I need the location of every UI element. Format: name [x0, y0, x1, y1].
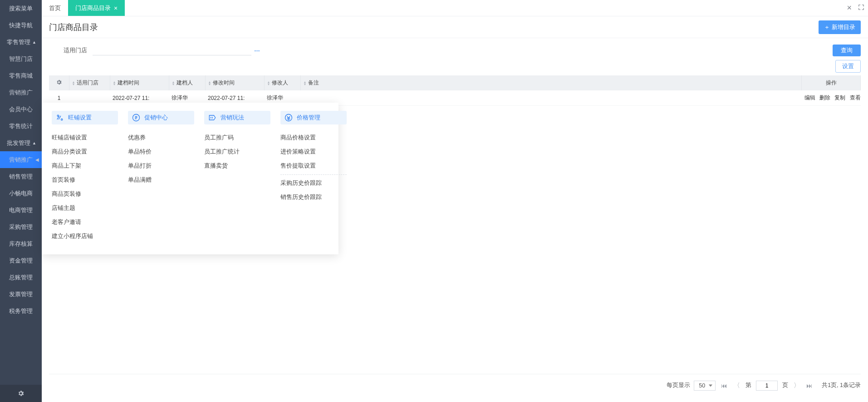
sidebar-wholesale-1[interactable]: 销售管理 [0, 168, 42, 185]
tab-active[interactable]: 门店商品目录× [68, 0, 125, 16]
page-size: 每页显示 50 [667, 381, 716, 391]
sidebar-retail-1[interactable]: 零售商城 [0, 67, 42, 84]
row-delete[interactable]: 删除 [819, 94, 830, 101]
sidebar: 搜索菜单 快捷导航 零售管理▲ 智慧门店 零售商城 营销推广 会员中心 零售统计… [0, 0, 42, 402]
flyout-col-price: 价格管理 商品价格设置 进价策略设置 售价提取设置 采购历史价跟踪 销售历史价跟… [280, 111, 347, 243]
sidebar-settings[interactable] [0, 385, 42, 402]
sort-icon: ▲▼ [172, 81, 175, 85]
sidebar-retail-3[interactable]: 会员中心 [0, 101, 42, 118]
sidebar-retail[interactable]: 零售管理▲ [0, 34, 42, 50]
flyout-item[interactable]: 老客户邀请 [52, 215, 118, 229]
flyout-item[interactable]: 商品价格设置 [280, 131, 347, 145]
sidebar-rest-0[interactable]: 小畅电商 [0, 185, 42, 202]
flyout-item[interactable]: 旺铺店铺设置 [52, 131, 118, 145]
sidebar-rest-7[interactable]: 税务管理 [0, 303, 42, 319]
svg-point-1 [61, 119, 63, 120]
flyout-item[interactable]: 建立小程序店铺 [52, 229, 118, 243]
th-cby[interactable]: ▲▼建档人 [169, 75, 205, 90]
flyout-item[interactable]: 员工推广统计 [204, 145, 270, 159]
gear-icon [56, 79, 62, 85]
caret-up-icon: ▲ [32, 40, 36, 45]
th-mtime[interactable]: ▲▼修改时间 [205, 75, 264, 90]
sidebar-quick[interactable]: 快捷导航 [0, 17, 42, 34]
sidebar-rest-1[interactable]: 电商管理 [0, 202, 42, 218]
tab-home[interactable]: 首页 [42, 0, 68, 16]
gear-icon [17, 390, 25, 397]
flyout-item[interactable]: 优惠券 [128, 131, 194, 145]
sidebar-rest-3[interactable]: 库存核算 [0, 235, 42, 252]
flyout-item[interactable]: 首页装修 [52, 173, 118, 187]
flyout-item[interactable]: 售价提取设置 [280, 159, 347, 173]
flyout-item[interactable]: 直播卖货 [204, 159, 270, 173]
th-store[interactable]: ▲▼适用门店 [69, 75, 110, 90]
sidebar-retail-2[interactable]: 营销推广 [0, 84, 42, 101]
query-button[interactable]: 查询 [833, 45, 861, 56]
promo-icon [132, 113, 141, 122]
table-footer: 每页显示 50 ⏮ 〈 第 页 〉 ⏭ 共1页, 1条记录 [49, 374, 861, 392]
flyout-divider [280, 174, 347, 175]
sort-icon: ▲▼ [113, 81, 116, 85]
caret-up-icon: ▲ [32, 141, 36, 145]
sidebar-rest-5[interactable]: 总账管理 [0, 269, 42, 286]
sidebar-search[interactable]: 搜索菜单 [0, 0, 42, 17]
sidebar-rest-4[interactable]: 资金管理 [0, 252, 42, 269]
data-table: ▲▼适用门店 ▲▼建档时间 ▲▼建档人 ▲▼修改时间 ▲▼修改人 ▲▼备注 操作… [49, 75, 861, 106]
flyout-header-shop: 旺铺设置 [52, 111, 118, 124]
sidebar-wholesale-0[interactable]: 营销推广◀ [0, 151, 42, 168]
flyout-header-promo: 促销中心 [128, 111, 194, 124]
row-view[interactable]: 查看 [850, 94, 861, 101]
pager-next-icon[interactable]: 〉 [793, 382, 801, 390]
flyout-item[interactable]: 员工推广码 [204, 131, 270, 145]
shop-icon [55, 113, 64, 122]
cell-actions: 编辑 删除 复制 查看 [802, 90, 861, 106]
close-icon[interactable]: × [114, 5, 118, 11]
pager: ⏮ 〈 第 页 〉 ⏭ [720, 381, 814, 391]
th-remark[interactable]: ▲▼备注 [300, 75, 802, 90]
price-icon [284, 113, 293, 122]
cell-remark [300, 90, 802, 106]
pager-prev-icon[interactable]: 〈 [733, 382, 741, 390]
flyout-item[interactable]: 单品打折 [128, 159, 194, 173]
sidebar-rest-2[interactable]: 采购管理 [0, 218, 42, 235]
sidebar-rest-6[interactable]: 发票管理 [0, 286, 42, 303]
flyout-item[interactable]: 单品特价 [128, 145, 194, 159]
flyout-item[interactable]: 单品满赠 [128, 173, 194, 187]
fullscreen-icon[interactable] [858, 4, 864, 12]
page-size-select[interactable]: 50 [694, 381, 716, 391]
th-settings[interactable] [49, 75, 69, 90]
plus-icon: ＋ [824, 23, 830, 31]
flyout-item[interactable]: 采购历史价跟踪 [280, 176, 347, 190]
flyout-header-play: 营销玩法 [204, 111, 270, 124]
filter-row: 适用门店 … 查询 设置 [42, 38, 868, 65]
add-catalog-label: 新增目录 [832, 23, 855, 31]
caret-right-icon: ◀ [35, 157, 39, 162]
sidebar-wholesale[interactable]: 批发管理▲ [0, 134, 42, 151]
flyout-item[interactable]: 进价策略设置 [280, 145, 347, 159]
page-input[interactable] [756, 381, 778, 391]
pager-last-icon[interactable]: ⏭ [805, 382, 814, 389]
filter-store-more[interactable]: … [254, 45, 260, 53]
filter-store-input[interactable] [93, 45, 251, 55]
sort-icon: ▲▼ [267, 81, 270, 85]
flyout-item[interactable]: 商品分类设置 [52, 145, 118, 159]
sidebar-retail-4[interactable]: 零售统计 [0, 118, 42, 134]
page-title: 门店商品目录 [49, 22, 98, 33]
flyout-item[interactable]: 销售历史价跟踪 [280, 190, 347, 204]
th-actions: 操作 [802, 75, 861, 90]
pager-first-icon[interactable]: ⏮ [720, 382, 728, 389]
th-ctime[interactable]: ▲▼建档时间 [110, 75, 169, 90]
th-mby[interactable]: ▲▼修改人 [264, 75, 300, 90]
sidebar-retail-children: 智慧门店 零售商城 营销推广 会员中心 零售统计 [0, 50, 42, 134]
row-copy[interactable]: 复制 [834, 94, 845, 101]
svg-point-0 [57, 115, 59, 116]
close-all-icon[interactable]: × [847, 3, 852, 13]
add-catalog-button[interactable]: ＋ 新增目录 [819, 20, 861, 34]
flyout-item[interactable]: 店铺主题 [52, 201, 118, 215]
flyout-item[interactable]: 商品页装修 [52, 187, 118, 201]
sort-icon: ▲▼ [72, 81, 75, 85]
sidebar-retail-0[interactable]: 智慧门店 [0, 50, 42, 67]
flyout-item[interactable]: 商品上下架 [52, 159, 118, 173]
flyout-col-play: 营销玩法 员工推广码 员工推广统计 直播卖货 [204, 111, 270, 243]
row-edit[interactable]: 编辑 [804, 94, 815, 101]
settings-button[interactable]: 设置 [835, 60, 861, 73]
